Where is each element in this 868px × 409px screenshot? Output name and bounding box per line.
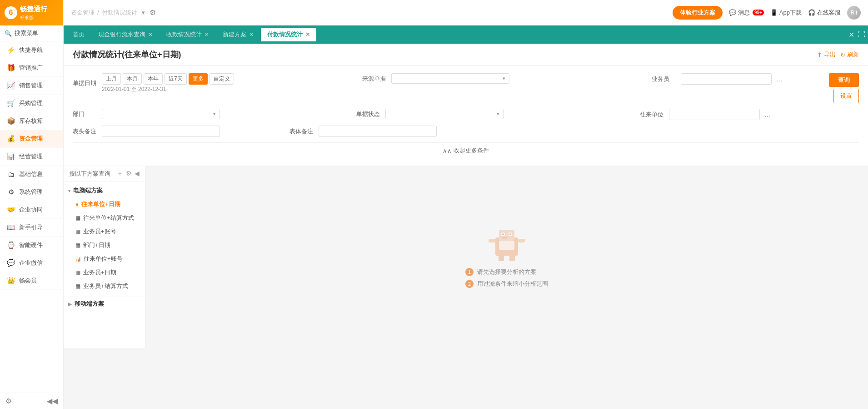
sidebar-item-guide[interactable]: 📖 新手引导 xyxy=(0,219,63,237)
sidebar-settings-icon[interactable]: ⚙ xyxy=(5,397,12,405)
tab-new-plan[interactable]: 新建方案 ✕ xyxy=(216,28,260,41)
empty-state: 1 请先选择要分析的方案 2 用过滤条件来缩小分析范围 xyxy=(465,226,548,288)
desktop-group-header[interactable]: ▾ 电脑端方案 xyxy=(64,184,145,197)
panel-add-icon[interactable]: ＋ xyxy=(117,170,123,178)
quick-nav-icon: ⚡ xyxy=(6,46,15,54)
more-btn[interactable]: 更多 xyxy=(189,73,208,85)
tab-home[interactable]: 首页 xyxy=(66,28,91,41)
salesperson-label: 业务员 xyxy=(652,75,677,83)
scheme-salesperson-account[interactable]: ▦ 业务员+账号 xyxy=(64,225,145,238)
scheme-icon-ca: 📊 xyxy=(75,257,81,262)
tip-num-2: 2 xyxy=(465,280,474,288)
header-note-input[interactable] xyxy=(102,126,220,137)
scheme-counterpart-account[interactable]: 📊 往来单位+账号 xyxy=(64,252,145,266)
mobile-scheme-group: ▶ 移动端方案 xyxy=(64,295,145,313)
sidebar-item-enterprise[interactable]: 🤝 企业协同 xyxy=(0,201,63,219)
svg-point-5 xyxy=(509,233,511,235)
body-note-control xyxy=(319,126,497,137)
sidebar-item-system[interactable]: ⚙ 系统管理 xyxy=(0,183,63,201)
panel-settings-icon[interactable]: ⚙ xyxy=(126,170,132,178)
sidebar-item-quick-nav[interactable]: ⚡ 快捷导航 xyxy=(0,41,63,59)
scheme-label: 往来单位+结算方式 xyxy=(83,214,134,222)
guide-icon: 📖 xyxy=(6,223,15,232)
custom-btn[interactable]: 自定义 xyxy=(210,73,234,85)
tab-new-plan-close[interactable]: ✕ xyxy=(249,31,254,38)
voucher-date-control: 上月 本月 本年 近7天 更多 自定义 2022-01-01 至 2022-12… xyxy=(102,73,353,93)
topbar-settings-icon[interactable]: ⚙ xyxy=(150,8,156,17)
scheme-department-date[interactable]: ▦ 部门+日期 xyxy=(64,238,145,252)
sidebar-item-label: 库存核算 xyxy=(19,117,43,125)
member-icon: 👑 xyxy=(6,277,15,285)
messages-item[interactable]: 💬 消息 99+ xyxy=(729,9,764,17)
marketing-icon: 🎁 xyxy=(6,64,15,72)
voucher-status-select[interactable]: ▾ xyxy=(385,109,504,119)
scheme-counterpart-date[interactable]: ● 往来单位+日期 xyxy=(64,197,145,211)
user-avatar[interactable]: Rit xyxy=(847,6,861,20)
filter-settings-button[interactable]: 设置 xyxy=(833,89,859,103)
date-buttons: 上月 本月 本年 近7天 更多 自定义 xyxy=(102,73,234,85)
sidebar-item-label: 采购管理 xyxy=(19,99,43,107)
page-header-actions: ⬆ 导出 ↻ 刷新 xyxy=(817,50,859,59)
topbar-dropdown-icon[interactable]: ▾ xyxy=(142,9,145,16)
counterpart-input[interactable] xyxy=(669,109,760,120)
header-note-control xyxy=(102,126,280,137)
last-7days-btn[interactable]: 近7天 xyxy=(165,73,187,85)
this-year-btn[interactable]: 本年 xyxy=(144,73,163,85)
counterpart-dots-btn[interactable]: ... xyxy=(762,110,773,120)
filter-item-source-voucher: 来源单据 ▾ xyxy=(362,73,643,84)
tab-receipt-stats[interactable]: 收款情况统计 ✕ xyxy=(160,28,215,41)
panel-collapse-icon[interactable]: ◀ xyxy=(135,170,140,178)
sidebar-item-label: 畅会员 xyxy=(19,277,37,285)
sidebar-search[interactable]: 🔍 搜索菜单 xyxy=(0,25,63,41)
sidebar-item-purchase[interactable]: 🛒 采购管理 xyxy=(0,95,63,112)
mobile-group-label: 移动端方案 xyxy=(75,300,104,308)
sidebar-item-member[interactable]: 👑 畅会员 xyxy=(0,272,63,290)
svg-rect-11 xyxy=(499,241,514,250)
tab-bank-flow[interactable]: 现金银行流水查询 ✕ xyxy=(92,28,159,41)
scheme-counterpart-payment[interactable]: ▦ 往来单位+结算方式 xyxy=(64,211,145,225)
sidebar-collapse-btn[interactable]: ◀◀ xyxy=(47,397,58,405)
empty-svg xyxy=(486,226,527,263)
salesperson-input[interactable] xyxy=(681,73,772,85)
scheme-salesperson-payment[interactable]: ▦ 业务员+结算方式 xyxy=(64,279,145,293)
last-month-btn[interactable]: 上月 xyxy=(102,73,121,85)
mobile-group-header[interactable]: ▶ 移动端方案 xyxy=(64,297,145,311)
filter-item-department: 部门 ▾ xyxy=(73,109,347,119)
scheme-salesperson-date[interactable]: ▦ 业务员+日期 xyxy=(64,266,145,279)
filter-area: 单据日期 上月 本月 本年 近7天 更多 自定义 2022-01-01 xyxy=(64,66,868,166)
sidebar-item-hardware[interactable]: ⌚ 智能硬件 xyxy=(0,237,63,254)
tab-receipt-stats-close[interactable]: ✕ xyxy=(205,31,209,38)
app-download-item[interactable]: 📱 App下载 xyxy=(770,9,802,17)
trial-button[interactable]: 体验行业方案 xyxy=(673,6,723,20)
tab-bank-flow-close[interactable]: ✕ xyxy=(148,31,153,38)
body-note-input[interactable] xyxy=(319,126,437,137)
sidebar-item-sales[interactable]: 📈 销售管理 xyxy=(0,77,63,95)
sidebar-item-inventory[interactable]: 📦 库存核算 xyxy=(0,112,63,130)
sidebar-item-operation[interactable]: 📊 经营管理 xyxy=(0,148,63,166)
refresh-button[interactable]: ↻ 刷新 xyxy=(840,50,859,59)
this-month-btn[interactable]: 本月 xyxy=(123,73,142,85)
query-button[interactable]: 查询 xyxy=(829,73,859,87)
export-button[interactable]: ⬆ 导出 xyxy=(817,50,836,59)
sidebar-item-label: 经营管理 xyxy=(19,152,43,161)
salesperson-dots-btn[interactable]: ... xyxy=(773,74,785,84)
sidebar-item-finance[interactable]: 💰 资金管理 xyxy=(0,130,63,148)
refresh-label: 刷新 xyxy=(847,50,859,59)
collapse-more-btn[interactable]: ∧∧ 收起更多条件 xyxy=(73,142,859,158)
department-select[interactable]: ▾ xyxy=(102,109,220,119)
sidebar-item-basic[interactable]: 🗂 基础信息 xyxy=(0,166,63,183)
tabs-close-all-icon[interactable]: ✕ xyxy=(848,30,854,39)
source-voucher-select[interactable]: ▾ xyxy=(391,73,509,84)
sidebar-item-wechat[interactable]: 💬 企业微信 xyxy=(0,254,63,272)
filter-item-header-note: 表头备注 xyxy=(73,126,280,137)
svg-rect-7 xyxy=(489,239,495,242)
scheme-label: 往来单位+账号 xyxy=(84,255,123,263)
headset-icon: 🎧 xyxy=(808,9,815,16)
online-service-item[interactable]: 🎧 在线客服 xyxy=(808,9,841,17)
breadcrumb-current: 付款情况统计 xyxy=(102,9,137,17)
sidebar-item-marketing[interactable]: 🎁 营销推广 xyxy=(0,59,63,77)
tab-payment-stats[interactable]: 付款情况统计 ✕ xyxy=(261,28,316,41)
sidebar-item-label: 基础信息 xyxy=(19,170,43,178)
tabs-maximize-icon[interactable]: ⛶ xyxy=(858,30,865,39)
tab-payment-stats-close[interactable]: ✕ xyxy=(305,31,310,38)
